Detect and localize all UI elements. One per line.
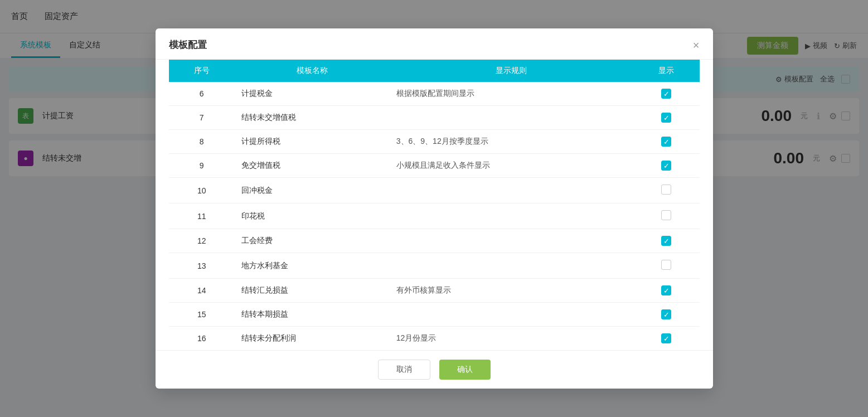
display-checkbox-0[interactable]: ✓ [661,89,671,99]
cell-display[interactable] [633,203,699,229]
cell-rule [390,253,633,279]
modal-footer: 取消 确认 [156,350,713,389]
cell-name: 地方水利基金 [235,253,390,279]
cancel-button[interactable]: 取消 [378,360,430,380]
cell-name: 工会经费 [235,229,390,253]
cell-seq: 7 [169,106,235,130]
table-row: 16结转未分配利润12月份显示✓ [169,327,700,351]
display-checkbox-10[interactable]: ✓ [661,333,671,343]
cell-seq: 12 [169,229,235,253]
cell-name: 计提所得税 [235,130,390,154]
display-checkbox-8[interactable]: ✓ [661,285,671,295]
display-checkbox-1[interactable]: ✓ [661,113,671,123]
cell-name: 结转未分配利润 [235,327,390,351]
table-row: 11印花税 [169,203,700,229]
display-checkbox-9[interactable]: ✓ [661,309,671,319]
cell-seq: 13 [169,253,235,279]
cell-seq: 9 [169,154,235,178]
table-row: 14结转汇兑损益有外币核算显示✓ [169,279,700,303]
table-row: 15结转本期损益✓ [169,303,700,327]
modal-table-wrap: 序号 模板名称 显示规则 显示 6计提税金根据模版配置期间显示✓7结转未交增值税… [156,60,713,350]
confirm-button[interactable]: 确认 [439,360,491,380]
cell-display[interactable]: ✓ [633,279,699,303]
cell-seq: 10 [169,178,235,203]
cell-seq: 11 [169,203,235,229]
col-seq: 序号 [169,60,235,82]
cell-display[interactable]: ✓ [633,229,699,253]
col-name: 模板名称 [235,60,390,82]
cell-display[interactable]: ✓ [633,303,699,327]
table-row: 12工会经费✓ [169,229,700,253]
modal-overlay: 模板配置 × 序号 模板名称 显示规则 显示 6计提税金根据模版配置期间显示✓7… [0,0,868,417]
cell-seq: 6 [169,82,235,106]
cell-rule [390,106,633,130]
cell-name: 回冲税金 [235,178,390,203]
cell-display[interactable]: ✓ [633,327,699,351]
cell-name: 结转汇兑损益 [235,279,390,303]
cell-rule [390,303,633,327]
display-checkbox-3[interactable]: ✓ [661,161,671,171]
cell-name: 免交增值税 [235,154,390,178]
template-config-modal: 模板配置 × 序号 模板名称 显示规则 显示 6计提税金根据模版配置期间显示✓7… [156,28,713,389]
display-checkbox-4[interactable] [661,185,671,195]
cell-seq: 15 [169,303,235,327]
table-row: 9免交增值税小规模且满足收入条件显示✓ [169,154,700,178]
cell-rule [390,203,633,229]
cell-seq: 8 [169,130,235,154]
cell-name: 结转本期损益 [235,303,390,327]
cell-display[interactable]: ✓ [633,82,699,106]
display-checkbox-5[interactable] [661,210,671,220]
cell-display[interactable]: ✓ [633,130,699,154]
cell-rule: 3、6、9、12月按季度显示 [390,130,633,154]
modal-close-button[interactable]: × [693,40,700,51]
modal-title: 模板配置 [169,38,207,51]
display-checkbox-2[interactable]: ✓ [661,137,671,147]
display-checkbox-7[interactable] [661,260,671,270]
display-checkbox-6[interactable]: ✓ [661,236,671,246]
table-row: 13地方水利基金 [169,253,700,279]
cell-rule: 小规模且满足收入条件显示 [390,154,633,178]
cell-rule: 根据模版配置期间显示 [390,82,633,106]
cell-name: 计提税金 [235,82,390,106]
cell-display[interactable]: ✓ [633,106,699,130]
cell-display[interactable]: ✓ [633,154,699,178]
cell-seq: 16 [169,327,235,351]
cell-display[interactable] [633,253,699,279]
col-rule: 显示规则 [390,60,633,82]
config-table: 序号 模板名称 显示规则 显示 6计提税金根据模版配置期间显示✓7结转未交增值税… [169,60,700,350]
cell-rule: 有外币核算显示 [390,279,633,303]
cell-rule: 12月份显示 [390,327,633,351]
cell-seq: 14 [169,279,235,303]
cell-rule [390,178,633,203]
cell-display[interactable] [633,178,699,203]
col-display: 显示 [633,60,699,82]
cell-name: 印花税 [235,203,390,229]
table-row: 10回冲税金 [169,178,700,203]
cell-rule [390,229,633,253]
table-row: 8计提所得税3、6、9、12月按季度显示✓ [169,130,700,154]
modal-header: 模板配置 × [156,28,713,60]
table-row: 6计提税金根据模版配置期间显示✓ [169,82,700,106]
table-row: 7结转未交增值税✓ [169,106,700,130]
cell-name: 结转未交增值税 [235,106,390,130]
